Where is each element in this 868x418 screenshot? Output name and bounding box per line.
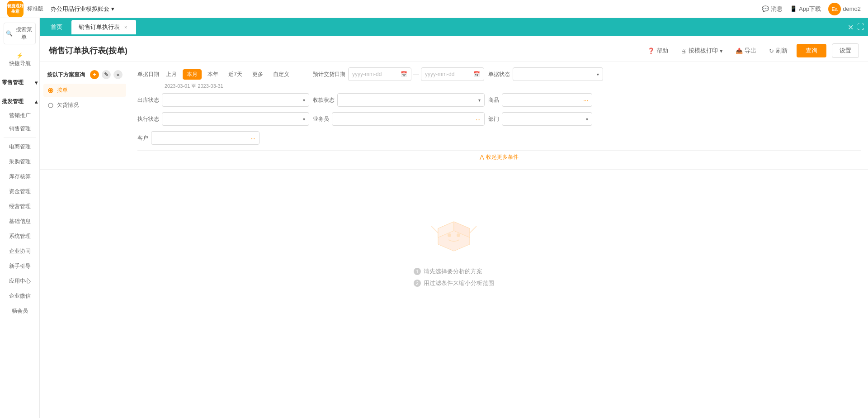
exec-label: 执行状态 — [137, 115, 159, 123]
tab-home[interactable]: 首页 — [43, 20, 70, 34]
print-icon: 🖨 — [681, 48, 687, 54]
settings-btn[interactable]: 设置 — [832, 43, 859, 58]
sidebar-item-ecommerce[interactable]: 电商管理 — [0, 139, 39, 154]
svg-line-8 — [431, 226, 438, 233]
calendar-icon-end: 📅 — [473, 71, 480, 77]
salesperson-select[interactable]: ··· — [332, 112, 485, 126]
sidebar-sub-sales[interactable]: 销售管理 — [0, 122, 39, 135]
filter-row-4: 客户 ··· — [137, 131, 861, 145]
filter-outstock-block: 出库状态 — [137, 93, 309, 107]
empty-tip-1: 1 请先选择要分析的方案 — [414, 267, 494, 276]
content-area: 销售订单执行表(按单) ❓ 帮助 🖨 按模板打印 ▾ 📤 导出 — [40, 36, 868, 418]
filter-item-shortage[interactable]: 欠货情况 — [43, 99, 126, 112]
search-menu-btn[interactable]: 🔍 搜索菜单 — [4, 23, 36, 44]
predict-date-end[interactable]: yyyy-mm-dd 📅 — [421, 67, 484, 81]
tab-bar-actions: ✕ ⛶ — [848, 23, 864, 32]
goods-more-btn[interactable]: ··· — [583, 97, 588, 104]
query-btn[interactable]: 查询 — [797, 44, 826, 57]
collapse-filter-btn[interactable]: ⋀ 收起更多条件 — [137, 150, 861, 164]
sidebar-item-quicknav[interactable]: ⚡ 快捷导航 — [0, 49, 39, 71]
sidebar-item-appcenter[interactable]: 应用中心 — [0, 274, 39, 289]
sidebar-item-enterprise[interactable]: 企业协同 — [0, 244, 39, 259]
filter-row-3: 执行状态 业务员 ··· — [137, 112, 861, 126]
sidebar-item-wechat[interactable]: 企业微信 — [0, 289, 39, 304]
tab-current[interactable]: 销售订单执行表 × — [71, 20, 136, 34]
sidebar-item-retail[interactable]: 零售管理 ▾ — [0, 75, 39, 90]
filter-salesperson-block: 业务员 ··· — [313, 112, 485, 126]
empty-icon — [427, 206, 481, 260]
divider-1 — [4, 73, 36, 73]
download-icon: 📱 — [790, 5, 797, 12]
filter-edit-btn[interactable]: ✎ — [102, 70, 111, 79]
sidebar-item-basic[interactable]: 基础信息 — [0, 214, 39, 229]
header-right: 💬 消息 📱 App下载 Ea demo2 — [762, 3, 861, 15]
layout: 🔍 搜索菜单 ⚡ 快捷导航 零售管理 ▾ 批发管理 ▴ 营销推广 销售管理 电商… — [0, 0, 868, 418]
receipt-select[interactable] — [337, 93, 485, 107]
export-icon: 📤 — [736, 48, 743, 54]
filter-group-title-actions: + ✎ « — [90, 70, 123, 79]
workspace-selector[interactable]: 办公用品行业模拟账套 ▾ — [47, 3, 118, 15]
nav-icon: ⚡ — [16, 52, 23, 59]
divider-2 — [4, 92, 36, 92]
shortcut-more[interactable]: 更多 — [248, 69, 267, 80]
help-btn[interactable]: ❓ 帮助 — [644, 45, 672, 57]
filter-collapse-btn[interactable]: « — [113, 70, 123, 79]
sidebar-item-wholesale[interactable]: 批发管理 ▴ — [0, 94, 39, 109]
filter-content: 按以下方案查询 + ✎ « 按单 — [40, 62, 868, 169]
receipt-label: 收款状态 — [313, 96, 335, 104]
filter-row-2: 出库状态 收款状态 — [137, 93, 861, 107]
filter-add-btn[interactable]: + — [90, 70, 99, 79]
status-select[interactable] — [513, 67, 603, 81]
filter-dept-block: 部门 — [488, 112, 592, 126]
tab-close-btn[interactable]: × — [123, 24, 129, 30]
filter-panel: 按以下方案查询 + ✎ « 按单 — [40, 62, 868, 170]
sidebar-sub-marketing[interactable]: 营销推广 — [0, 109, 39, 122]
chevron-up-icon: ▴ — [35, 99, 38, 105]
message-icon: 💬 — [762, 5, 769, 12]
print-btn[interactable]: 🖨 按模板打印 ▾ — [677, 45, 726, 57]
sidebar: 🔍 搜索菜单 ⚡ 快捷导航 零售管理 ▾ 批发管理 ▴ 营销推广 销售管理 电商… — [0, 18, 40, 418]
shortcut-this-month[interactable]: 本月 — [183, 69, 202, 80]
date-range-display: 2023-03-01 至 2023-03-31 — [165, 83, 223, 89]
sidebar-item-inventory[interactable]: 库存核算 — [0, 169, 39, 184]
tab-maximize-btn[interactable]: ⛶ — [857, 23, 864, 31]
sidebar-item-member[interactable]: 畅会员 — [0, 304, 39, 318]
exec-select[interactable] — [162, 112, 309, 126]
shortcut-7days[interactable]: 近7天 — [224, 69, 246, 80]
top-header: 畅捷通好生意 标准版 办公用品行业模拟账套 ▾ 💬 消息 📱 App下载 Ea … — [0, 0, 868, 18]
customer-select[interactable]: ··· — [151, 131, 259, 145]
shortcut-this-year[interactable]: 本年 — [203, 69, 222, 80]
avatar: Ea — [828, 3, 841, 15]
shortcut-last-month[interactable]: 上月 — [162, 69, 181, 80]
filter-item-by-order[interactable]: 按单 — [43, 84, 126, 97]
predict-date-start[interactable]: yyyy-mm-dd 📅 — [348, 67, 411, 81]
sidebar-item-operations[interactable]: 经营管理 — [0, 199, 39, 214]
goods-select[interactable]: ··· — [502, 93, 592, 107]
message-btn[interactable]: 💬 消息 — [762, 5, 783, 13]
sidebar-item-purchase[interactable]: 采购管理 — [0, 154, 39, 169]
date-label: 单据日期 — [137, 71, 159, 78]
filter-row-1: 单据日期 上月 本月 本年 近7天 更多 自定义 — [137, 67, 861, 81]
dept-select[interactable] — [502, 112, 592, 126]
sidebar-item-newuser[interactable]: 新手引导 — [0, 259, 39, 274]
user-profile[interactable]: Ea demo2 — [828, 3, 861, 15]
app-name: 标准版 — [27, 5, 43, 13]
refresh-btn[interactable]: ↻ 刷新 — [765, 45, 791, 57]
outstock-select[interactable] — [162, 93, 309, 107]
export-btn[interactable]: 📤 导出 — [732, 45, 760, 57]
filter-order-status-block: 单据状态 — [488, 67, 603, 81]
app-logo: 畅捷通好生意 — [7, 1, 24, 17]
tab-close-window-btn[interactable]: ✕ — [848, 23, 854, 32]
customer-more-btn[interactable]: ··· — [250, 135, 255, 142]
filter-right-panel: 单据日期 上月 本月 本年 近7天 更多 自定义 — [130, 62, 868, 169]
sidebar-item-system[interactable]: 系统管理 — [0, 229, 39, 244]
shortcut-custom[interactable]: 自定义 — [269, 69, 293, 80]
outstock-chevron — [303, 97, 305, 103]
sidebar-item-finance[interactable]: 资金管理 — [0, 184, 39, 199]
exec-chevron — [303, 116, 305, 122]
date-shortcuts: 上月 本月 本年 近7天 更多 自定义 — [162, 69, 293, 80]
salesperson-more-btn[interactable]: ··· — [476, 116, 481, 123]
app-download-btn[interactable]: 📱 App下载 — [790, 5, 821, 13]
goods-label: 商品 — [488, 96, 499, 104]
filter-receipt-block: 收款状态 — [313, 93, 485, 107]
